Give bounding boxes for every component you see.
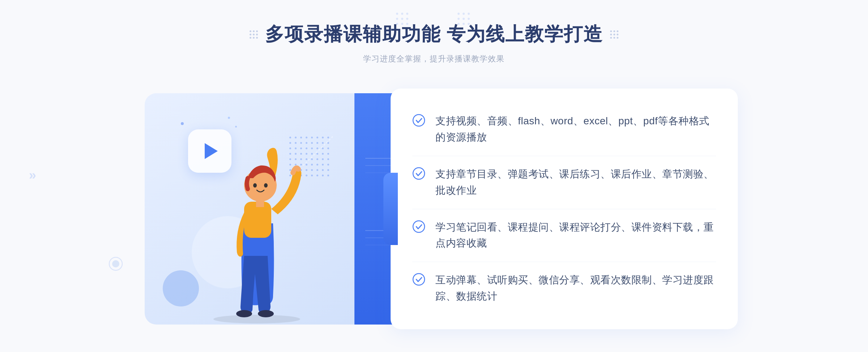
feature-item-1: 支持视频、音频、flash、word、excel、ppt、pdf等各种格式的资源…	[412, 103, 716, 156]
check-icon-4	[412, 273, 425, 286]
feature-item-4: 互动弹幕、试听购买、微信分享、观看次数限制、学习进度跟踪、数据统计	[412, 262, 716, 315]
page-container: »	[0, 0, 868, 352]
feature-text-3: 学习笔记回看、课程提问、课程评论打分、课件资料下载，重点内容收藏	[435, 219, 716, 252]
svg-point-37	[413, 274, 425, 285]
features-panel: 支持视频、音频、flash、word、excel、ppt、pdf等各种格式的资源…	[391, 89, 738, 329]
person-illustration	[181, 122, 333, 325]
svg-line-27	[303, 133, 333, 166]
header-section: 多项录播课辅助功能 专为线上教学打造 学习进度全掌握，提升录播课教学效果	[250, 0, 618, 64]
illustration-card	[145, 93, 391, 325]
svg-point-36	[413, 221, 425, 232]
check-icon-2	[412, 167, 425, 180]
feature-text-1: 支持视频、音频、flash、word、excel、ppt、pdf等各种格式的资源…	[435, 113, 716, 146]
feature-text-4: 互动弹幕、试听购买、微信分享、观看次数限制、学习进度跟踪、数据统计	[435, 272, 716, 305]
sparkle-2	[228, 117, 230, 119]
svg-point-34	[413, 115, 425, 126]
svg-point-22	[253, 183, 257, 188]
svg-rect-24	[256, 200, 264, 207]
feature-item-2: 支持章节目录、弹题考试、课后练习、课后作业、章节测验、批改作业	[412, 156, 716, 209]
svg-point-26	[258, 310, 274, 317]
feature-text-2: 支持章节目录、弹题考试、课后练习、课后作业、章节测验、批改作业	[435, 166, 716, 199]
svg-point-23	[264, 183, 268, 188]
svg-point-39	[112, 260, 119, 267]
title-decoration-left	[250, 30, 258, 39]
svg-text:»: »	[29, 168, 36, 183]
header-title-row: 多项录播课辅助功能 专为线上教学打造	[250, 22, 618, 47]
panel-accent-bar	[383, 173, 398, 245]
svg-point-35	[413, 168, 425, 179]
check-icon-1	[412, 114, 425, 127]
check-icon-3	[412, 220, 425, 233]
svg-point-25	[236, 310, 252, 317]
left-arrow-decoration: »	[29, 168, 43, 184]
main-content: 支持视频、音频、flash、word、excel、ppt、pdf等各种格式的资源…	[130, 86, 738, 332]
feature-item-3: 学习笔记回看、课程提问、课程评论打分、课件资料下载，重点内容收藏	[412, 209, 716, 262]
svg-point-19	[213, 315, 300, 323]
title-decoration-right	[610, 30, 618, 39]
illustration-wrapper	[130, 86, 405, 332]
main-title: 多项录播课辅助功能 专为线上教学打造	[265, 22, 603, 47]
sub-title: 学习进度全掌握，提升录播课教学效果	[250, 53, 618, 64]
